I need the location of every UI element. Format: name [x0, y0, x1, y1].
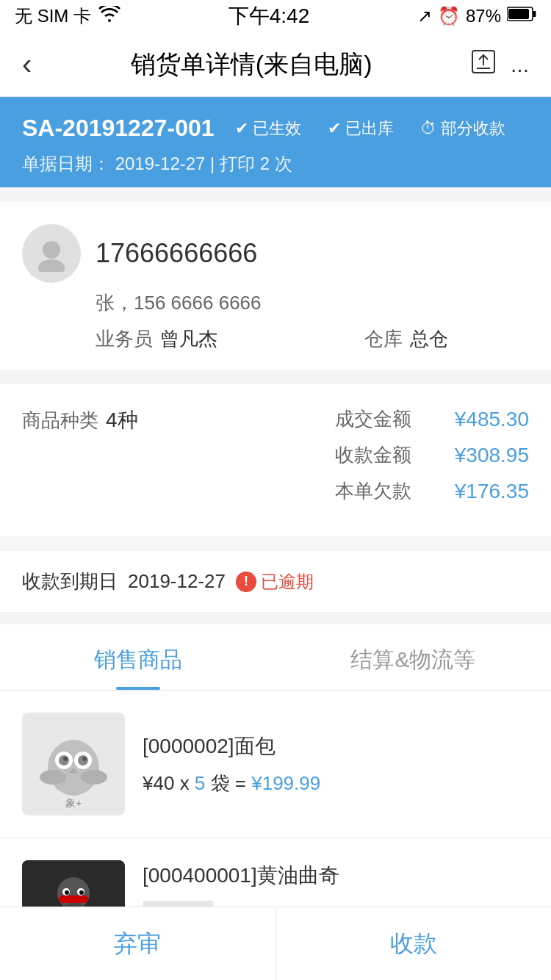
- overdue-text: 已逾期: [261, 570, 314, 594]
- due-date-label: 收款到期日: [22, 569, 118, 594]
- summary-right: 成交金额 ¥485.30 收款金额 ¥308.95 本单欠款 ¥176.35: [335, 406, 529, 514]
- svg-rect-20: [59, 896, 88, 903]
- svg-point-12: [63, 757, 68, 761]
- product-price-1: ¥40 x 5 袋 = ¥199.99: [143, 771, 529, 796]
- svg-rect-2: [508, 9, 529, 19]
- bottom-toolbar: 弃审 收款: [0, 907, 551, 980]
- order-id: SA-20191227-001: [22, 115, 215, 142]
- export-icon[interactable]: [471, 49, 496, 79]
- svg-point-23: [65, 890, 69, 895]
- confirm-button[interactable]: 收款: [276, 907, 552, 980]
- deal-amount-label: 成交金额: [335, 406, 411, 432]
- tabs-section: 销售商品 结算&物流等: [0, 624, 551, 691]
- cancel-button[interactable]: 弃审: [0, 907, 276, 980]
- nav-left: ‹: [22, 48, 32, 81]
- deal-amount-row: 成交金额 ¥485.30: [335, 406, 529, 432]
- debt-amount-row: 本单欠款 ¥176.35: [335, 478, 529, 504]
- product-total-1: ¥199.99: [251, 772, 320, 794]
- warehouse-value: 总仓: [410, 326, 448, 352]
- banner-row2: 单据日期： 2019-12-27 | 打印 2 次: [22, 152, 529, 176]
- customer-avatar: [22, 224, 81, 283]
- product-type-label: 商品种类: [22, 408, 98, 433]
- status-bar: 无 SIM 卡 下午4:42 ↗ ⏰ 87%: [0, 0, 551, 32]
- received-amount-label: 收款金额: [335, 442, 411, 468]
- carrier-text: 无 SIM 卡: [15, 4, 91, 28]
- clock-icon: ⏱: [420, 119, 436, 138]
- product-thumb-1: 象+: [22, 713, 125, 815]
- summary-left: 商品种类 4种: [22, 406, 138, 440]
- overdue-badge: ! 已逾期: [236, 570, 314, 594]
- check-icon-2: ✔: [328, 119, 341, 138]
- overdue-icon: !: [236, 572, 256, 592]
- svg-point-4: [43, 241, 60, 259]
- customer-row: 17666666666: [22, 224, 529, 283]
- tabs-row: 销售商品 结算&物流等: [0, 624, 551, 691]
- check-icon-1: ✔: [235, 119, 248, 138]
- back-button[interactable]: ‹: [22, 48, 32, 81]
- badge-partial: ⏱ 部分收款: [414, 116, 511, 141]
- product-info-1: [0000002]面包 ¥40 x 5 袋 = ¥199.99: [143, 732, 529, 796]
- status-bar-time: 下午4:42: [228, 2, 310, 30]
- location-icon: ↗: [417, 6, 432, 26]
- deal-amount-value: ¥485.30: [433, 408, 529, 431]
- received-amount-value: ¥308.95: [433, 444, 529, 467]
- tab-settlement[interactable]: 结算&物流等: [276, 624, 551, 690]
- product-name-1: [0000002]面包: [143, 732, 529, 760]
- customer-id: 17666666666: [96, 238, 257, 269]
- product-name-2: [000400001]黄油曲奇: [143, 862, 529, 890]
- wifi-icon: [98, 6, 120, 26]
- status-bar-left: 无 SIM 卡: [15, 4, 120, 28]
- sales-person: 曾凡杰: [160, 326, 217, 352]
- more-icon[interactable]: ...: [511, 52, 529, 77]
- status-bar-right: ↗ ⏰ 87%: [417, 6, 536, 26]
- product-item-1: 象+ [0000002]面包 ¥40 x 5 袋 = ¥199.99: [0, 691, 551, 838]
- warehouse-label: 仓库: [364, 326, 403, 352]
- product-type-row: 商品种类 4种: [22, 406, 138, 434]
- svg-point-16: [81, 770, 107, 785]
- debt-amount-label: 本单欠款: [335, 478, 411, 504]
- received-amount-row: 收款金额 ¥308.95: [335, 442, 529, 468]
- customer-section: 17666666666 张，156 6666 6666 业务员 曾凡杰 仓库 总…: [0, 202, 551, 370]
- battery-icon: [507, 6, 536, 26]
- product-qty-1: 5: [195, 772, 205, 794]
- customer-name: 张，156 6666 6666: [96, 290, 529, 316]
- debt-amount-value: ¥176.35: [433, 480, 529, 503]
- sales-label: 业务员: [96, 326, 153, 352]
- svg-rect-1: [533, 11, 536, 17]
- alarm-icon: ⏰: [438, 6, 460, 26]
- banner-row1: SA-20191227-001 ✔ 已生效 ✔ 已出库 ⏱ 部分收款: [22, 115, 529, 142]
- due-section: 收款到期日 2019-12-27 ! 已逾期: [0, 551, 551, 613]
- battery-text: 87%: [466, 6, 501, 26]
- nav-right: ...: [471, 49, 529, 79]
- svg-text:象+: 象+: [65, 797, 82, 809]
- nav-bar: ‹ 销货单详情(来自电脑) ...: [0, 32, 551, 97]
- svg-point-24: [79, 890, 84, 895]
- tab-sales-products[interactable]: 销售商品: [0, 624, 276, 690]
- badge-effective: ✔ 已生效: [229, 116, 307, 141]
- due-date-value: 2019-12-27: [128, 570, 226, 593]
- header-banner: SA-20191227-001 ✔ 已生效 ✔ 已出库 ⏱ 部分收款 单据日期：…: [0, 97, 551, 187]
- badge-shipped: ✔ 已出库: [322, 116, 400, 141]
- customer-meta: 业务员 曾凡杰 仓库 总仓: [96, 326, 529, 352]
- nav-title: 销货单详情(来自电脑): [131, 48, 372, 82]
- product-type-count: 4种: [106, 406, 138, 434]
- summary-section: 商品种类 4种 成交金额 ¥485.30 收款金额 ¥308.95 本单欠款 ¥…: [0, 384, 551, 536]
- svg-point-5: [38, 259, 65, 272]
- svg-point-15: [40, 770, 66, 785]
- svg-point-13: [82, 757, 87, 761]
